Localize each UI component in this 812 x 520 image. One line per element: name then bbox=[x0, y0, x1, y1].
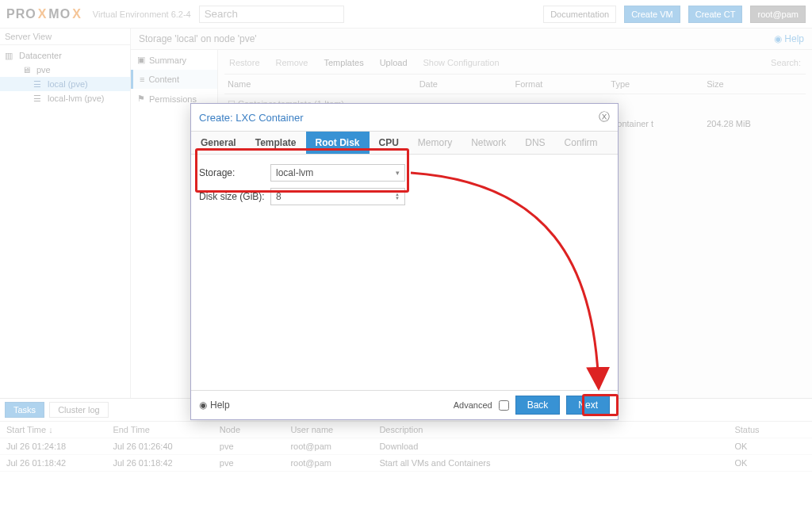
lh-status[interactable]: Status bbox=[734, 425, 806, 434]
tree-storage-local[interactable]: ☰local (pve) bbox=[0, 77, 130, 91]
view-selector[interactable]: Server View bbox=[0, 29, 130, 45]
chevron-down-icon: ▾ bbox=[396, 169, 400, 177]
tab-dns: DNS bbox=[515, 132, 554, 154]
search-input[interactable] bbox=[199, 6, 344, 23]
row-size: 204.28 MiB bbox=[707, 119, 802, 128]
help-link[interactable]: ◉ Help bbox=[774, 33, 804, 44]
tb-showcfg[interactable]: Show Configuration bbox=[419, 56, 504, 69]
advanced-checkbox[interactable] bbox=[499, 400, 509, 411]
col-date[interactable]: Date bbox=[419, 79, 515, 89]
tb-upload[interactable]: Upload bbox=[375, 56, 412, 69]
tree-datacenter[interactable]: ▥Datacenter bbox=[0, 48, 130, 63]
tree-node-pve[interactable]: 🖥pve bbox=[0, 63, 130, 77]
lh-end[interactable]: End Time bbox=[113, 425, 219, 434]
spinner-icon[interactable]: ▲▼ bbox=[395, 193, 400, 201]
documentation-button[interactable]: Documentation bbox=[543, 6, 616, 23]
back-button[interactable]: Back bbox=[515, 396, 561, 415]
tab-memory: Memory bbox=[408, 132, 462, 154]
breadcrumb: Storage 'local' on node 'pve' bbox=[139, 33, 257, 44]
create-vm-button[interactable]: Create VM bbox=[624, 6, 680, 23]
cluster-log-tab[interactable]: Cluster log bbox=[49, 402, 109, 418]
tasks-tab[interactable]: Tasks bbox=[5, 402, 44, 418]
modal-help[interactable]: ◉ Help bbox=[199, 400, 230, 411]
log-row[interactable]: Jul 26 01:18:42Jul 26 01:18:42 pveroot@p… bbox=[0, 455, 812, 472]
version-label: Virtual Environment 6.2-4 bbox=[93, 10, 191, 19]
tab-network: Network bbox=[462, 132, 515, 154]
tab-confirm: Confirm bbox=[555, 132, 607, 154]
create-ct-button[interactable]: Create CT bbox=[688, 6, 743, 23]
close-icon[interactable]: ⓧ bbox=[599, 110, 610, 124]
col-name[interactable]: Name bbox=[228, 79, 419, 89]
modal-title: Create: LXC Container bbox=[199, 112, 304, 124]
disk-size-input[interactable]: 8 ▲▼ bbox=[270, 188, 405, 205]
lnav-content[interactable]: ≡ Content bbox=[131, 70, 217, 89]
lnav-summary[interactable]: ▣ Summary bbox=[131, 50, 217, 70]
lh-user[interactable]: User name bbox=[290, 425, 379, 434]
storage-select[interactable]: local-lvm▾ bbox=[270, 164, 405, 182]
advanced-label: Advanced bbox=[454, 400, 492, 410]
log-row[interactable]: Jul 26 01:24:18Jul 26 01:26:40 pveroot@p… bbox=[0, 438, 812, 455]
lh-desc[interactable]: Description bbox=[379, 425, 734, 434]
col-format[interactable]: Format bbox=[515, 79, 611, 89]
tab-general[interactable]: General bbox=[191, 132, 246, 154]
user-menu[interactable]: root@pam bbox=[750, 6, 806, 23]
tree-storage-local-lvm[interactable]: ☰local-lvm (pve) bbox=[0, 91, 130, 105]
create-lxc-modal: Create: LXC Container ⓧ General Template… bbox=[190, 103, 619, 420]
tb-search-label: Search: bbox=[766, 56, 806, 69]
tb-restore[interactable]: Restore bbox=[224, 56, 265, 69]
col-type[interactable]: Type bbox=[611, 79, 707, 89]
disk-size-label: Disk size (GiB): bbox=[199, 191, 270, 202]
next-button[interactable]: Next bbox=[566, 396, 610, 415]
row-type: Container t bbox=[611, 119, 707, 128]
col-size[interactable]: Size bbox=[707, 79, 802, 89]
logo: PROXMOX bbox=[6, 7, 82, 21]
tb-remove[interactable]: Remove bbox=[271, 56, 313, 69]
tab-template[interactable]: Template bbox=[246, 132, 306, 154]
tb-templates[interactable]: Templates bbox=[320, 56, 369, 69]
lh-node[interactable]: Node bbox=[220, 425, 291, 434]
tab-rootdisk[interactable]: Root Disk bbox=[306, 132, 370, 154]
tab-cpu[interactable]: CPU bbox=[370, 132, 408, 154]
storage-label: Storage: bbox=[199, 167, 270, 178]
lh-start[interactable]: Start Time ↓ bbox=[6, 425, 113, 434]
